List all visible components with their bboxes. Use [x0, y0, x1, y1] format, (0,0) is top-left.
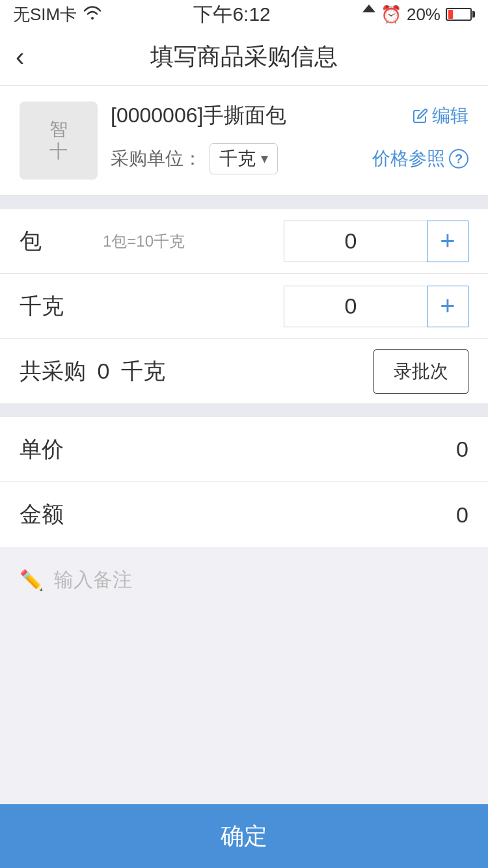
product-info: [0000006]手撕面包 编辑 采购单位： 千克 ▾ 价格参照 ?: [111, 102, 468, 174]
input-section: 包 1包=10千克 + 千克 +: [0, 209, 488, 339]
location-icon: [362, 5, 375, 25]
section-divider-2: [0, 404, 488, 417]
unit-price-value: 0: [456, 437, 468, 462]
wifi-icon: [83, 5, 102, 25]
unit-selector[interactable]: 千克 ▾: [210, 143, 278, 174]
back-button[interactable]: ‹: [16, 42, 24, 72]
price-ref-icon: ?: [449, 149, 468, 169]
edit-button[interactable]: 编辑: [413, 103, 468, 128]
product-name: [0000006]手撕面包: [111, 102, 286, 130]
product-name-row: [0000006]手撕面包 编辑: [111, 102, 468, 130]
alarm-icon: ⏰: [381, 5, 401, 25]
bag-quantity-input[interactable]: [284, 221, 427, 262]
remark-input-row[interactable]: ✏️ 输入备注: [20, 567, 468, 593]
status-bar-time: 下午6:12: [193, 1, 270, 28]
confirm-button[interactable]: 确定: [0, 804, 488, 868]
price-section: 单价 0 金额 0: [0, 417, 488, 547]
status-bar-left: 无SIM卡: [13, 3, 102, 26]
status-bar: 无SIM卡 下午6:12 ⏰ 20%: [0, 0, 488, 29]
battery-percent: 20%: [407, 5, 441, 25]
product-image: 智 十: [20, 102, 98, 180]
price-ref-button[interactable]: 价格参照 ?: [372, 146, 468, 171]
bag-label: 包: [20, 226, 98, 256]
unit-arrow-icon: ▾: [261, 150, 268, 167]
kg-quantity-input[interactable]: [284, 286, 427, 327]
bag-input-right: +: [284, 221, 468, 262]
kg-label: 千克: [20, 292, 98, 321]
bag-input-row: 包 1包=10千克 +: [0, 209, 488, 274]
amount-label: 金额: [20, 500, 64, 530]
section-divider-1: [0, 196, 488, 209]
kg-input-right: +: [284, 286, 468, 327]
batch-button[interactable]: 录批次: [373, 349, 468, 394]
pencil-icon: ✏️: [20, 569, 44, 591]
nav-bar: ‹ 填写商品采购信息: [0, 29, 488, 86]
total-label: 共采购 0 千克: [20, 357, 165, 387]
kg-plus-button[interactable]: +: [427, 286, 468, 327]
amount-value: 0: [456, 502, 468, 528]
amount-row: 金额 0: [0, 482, 488, 547]
remark-section: ✏️ 输入备注: [0, 547, 488, 677]
carrier-label: 无SIM卡: [13, 3, 77, 26]
kg-input-row: 千克 +: [0, 274, 488, 339]
unit-price-label: 单价: [20, 435, 64, 465]
page-title: 填写商品采购信息: [150, 41, 338, 73]
unit-label: 采购单位：: [111, 146, 202, 171]
bag-sublabel: 1包=10千克: [103, 231, 185, 252]
bag-plus-button[interactable]: +: [427, 221, 468, 262]
product-card: 智 十 [0000006]手撕面包 编辑 采购单位： 千克 ▾: [0, 86, 488, 196]
battery-icon: [446, 8, 475, 21]
bottom-spacer: [0, 677, 488, 741]
status-bar-right: ⏰ 20%: [362, 5, 475, 25]
product-unit-row: 采购单位： 千克 ▾ 价格参照 ?: [111, 143, 468, 174]
remark-placeholder: 输入备注: [54, 567, 132, 593]
unit-price-row: 单价 0: [0, 417, 488, 482]
total-row: 共采购 0 千克 录批次: [0, 339, 488, 404]
product-logo: 智 十: [49, 118, 68, 162]
